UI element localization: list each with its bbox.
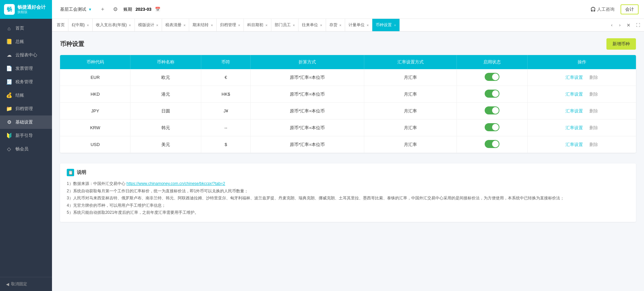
notes-title: 说明	[77, 169, 86, 176]
cell-conversion-1: 原币*汇率=本位币	[251, 86, 364, 103]
cell-toggle-4	[457, 136, 528, 153]
cell-toggle-2	[457, 103, 528, 119]
sidebar-item-ledger[interactable]: 📒 总账	[0, 35, 52, 48]
content-area: 币种设置 新增币种 币种代码币种名称币符折算方式汇率设置方式启用状态操作 EUR…	[52, 32, 644, 291]
tab-tax[interactable]: 税表清册×	[162, 19, 189, 32]
cell-rate-2: 月汇率	[364, 103, 457, 119]
delete-link-3[interactable]: 删除	[589, 125, 598, 130]
logo-subtitle: 旗舰版	[17, 10, 46, 14]
calendar-icon[interactable]: 📅	[155, 7, 160, 12]
tab-subjects[interactable]: 科目期初×	[244, 19, 271, 32]
tab-label-template: 模版设计	[138, 22, 154, 28]
tab-inventory[interactable]: 存货×	[326, 19, 345, 32]
human-service-btn[interactable]: 🎧 人工咨询	[588, 5, 617, 14]
rate-setting-link-3[interactable]: 汇率设置	[566, 125, 583, 130]
cell-toggle-0	[457, 69, 528, 86]
tab-clients[interactable]: 往来单位×	[299, 19, 326, 32]
tab-expand-btn[interactable]: ⛶	[633, 19, 643, 32]
sidebar-label-member: 畅会员	[15, 146, 29, 152]
settings-icon[interactable]: ⚙	[111, 5, 120, 14]
cell-code-3: KRW	[60, 119, 130, 136]
tab-close-clients[interactable]: ×	[320, 23, 322, 27]
cell-actions-1: 汇率设置 删除	[528, 86, 636, 103]
sidebar-item-home[interactable]: ⌂ 首页	[0, 21, 52, 35]
tab-template[interactable]: 模版设计×	[135, 19, 162, 32]
tab-currency[interactable]: 币种设置×	[372, 19, 399, 32]
cell-conversion-3: 原币*汇率=本位币	[251, 119, 364, 136]
tab-close-period[interactable]: ×	[87, 23, 89, 27]
tab-close-period-end[interactable]: ×	[211, 23, 213, 27]
account-btn[interactable]: 会计	[621, 4, 639, 14]
sidebar-item-settings[interactable]: ⚙ 基础设置	[0, 115, 52, 129]
tab-close-unit[interactable]: ×	[367, 23, 369, 27]
new-currency-btn[interactable]: 新增币种	[606, 38, 636, 50]
sidebar-label-settle: 结账	[15, 92, 24, 98]
page-title-row: 币种设置 新增币种	[60, 38, 636, 50]
headset-icon: 🎧	[590, 7, 596, 12]
pin-label: 取消固定	[11, 281, 27, 287]
toggle-switch-0[interactable]	[485, 73, 499, 81]
delete-link-2[interactable]: 删除	[589, 108, 598, 113]
tab-home[interactable]: 首页	[53, 19, 68, 32]
tab-label-subjects: 科目期初	[247, 22, 263, 28]
tab-archive[interactable]: 归档管理×	[217, 19, 244, 32]
tab-close-inventory[interactable]: ×	[339, 23, 341, 27]
tab-period-end[interactable]: 期末结转×	[189, 19, 216, 32]
sidebar-item-invoice[interactable]: 📄 发票管理	[0, 62, 52, 75]
tab-close-income[interactable]: ×	[129, 23, 131, 27]
toggle-switch-2[interactable]	[485, 106, 499, 114]
sidebar-item-member[interactable]: ◇ 畅会员	[0, 142, 52, 156]
sidebar-item-settle[interactable]: 💰 结账	[0, 89, 52, 102]
table-row: KRW韩元--原币*汇率=本位币月汇率 汇率设置 删除	[60, 119, 636, 136]
table-row: HKD港元HK$原币*汇率=本位币月汇率 汇率设置 删除	[60, 86, 636, 103]
tab-next-btn[interactable]: ›	[616, 19, 624, 32]
tab-label-dept: 部门员工	[275, 22, 291, 28]
tab-prev-btn[interactable]: ‹	[608, 19, 616, 32]
col-header-3: 折算方式	[251, 55, 364, 69]
sidebar-icon-invoice: 📄	[6, 65, 12, 71]
tab-label-tax: 税表清册	[165, 22, 181, 28]
toggle-switch-1[interactable]	[485, 90, 499, 98]
tab-unit[interactable]: 计量单位×	[345, 19, 372, 32]
cell-actions-0: 汇率设置 删除	[528, 69, 636, 86]
tab-close-dept[interactable]: ×	[293, 23, 295, 27]
toggle-switch-4[interactable]	[485, 140, 499, 148]
delete-link-4[interactable]: 删除	[589, 142, 598, 147]
tab-close-subjects[interactable]: ×	[265, 23, 267, 27]
sidebar-icon-settle: 💰	[6, 92, 12, 98]
sidebar-logo: 畅 畅捷通好会计 旗舰版	[0, 0, 52, 19]
tab-close-template[interactable]: ×	[156, 23, 158, 27]
tab-period[interactable]: £(中期)×	[68, 19, 93, 32]
sidebar-item-archive[interactable]: 📁 归档管理	[0, 102, 52, 115]
tab-dept[interactable]: 部门员工×	[271, 19, 299, 32]
rate-setting-link-0[interactable]: 汇率设置	[566, 75, 583, 80]
notes-icon: 📋	[67, 169, 74, 176]
sidebar-label-reports: 云报表中心	[15, 52, 37, 58]
sidebar-item-guide[interactable]: 🔰 新手引导	[0, 129, 52, 142]
cell-symbol-2: J¥	[201, 103, 251, 119]
tab-close-all-btn[interactable]: ✕	[624, 19, 633, 32]
delete-link-1[interactable]: 删除	[589, 92, 598, 97]
sidebar-nav: ⌂ 首页 📒 总账 ☁ 云报表中心 📄 发票管理 🧾 税务管理 💰 结账 📁 归…	[0, 19, 52, 277]
sidebar-item-reports[interactable]: ☁ 云报表中心	[0, 48, 52, 62]
delete-link-0[interactable]: 删除	[589, 75, 598, 80]
logo-title: 畅捷通好会计	[17, 4, 46, 10]
notes-link[interactable]: https://www.chinamoney.com.cn/chinese/bk…	[126, 181, 225, 186]
company-selector[interactable]: 基层工会测试 ▼	[57, 5, 95, 14]
rate-setting-link-2[interactable]: 汇率设置	[566, 108, 583, 113]
sidebar-item-tax[interactable]: 🧾 税务管理	[0, 75, 52, 89]
toggle-switch-3[interactable]	[485, 123, 499, 131]
rate-setting-link-4[interactable]: 汇率设置	[566, 142, 583, 147]
table-row: USD美元$原币*汇率=本位币月汇率 汇率设置 删除	[60, 136, 636, 153]
add-tab-btn[interactable]: ＋	[98, 5, 107, 14]
period-value: 2023-03	[136, 7, 152, 12]
tab-close-tax[interactable]: ×	[183, 23, 185, 27]
tab-close-archive[interactable]: ×	[238, 23, 240, 27]
tab-income[interactable]: 收入支出表(年报)×	[93, 19, 135, 32]
tab-close-currency[interactable]: ×	[394, 23, 396, 27]
sidebar-icon-home: ⌂	[6, 26, 12, 31]
sidebar-pin-toggle[interactable]: ◀ 取消固定	[0, 277, 52, 291]
notes-item-2: 3）人民币对马来西亚林吉特、俄罗斯卢布、南非兰特、韩元、阿联酋迪拉姆、沙特里亚尔…	[67, 195, 629, 202]
cell-symbol-4: $	[201, 136, 251, 153]
rate-setting-link-1[interactable]: 汇率设置	[566, 92, 583, 97]
